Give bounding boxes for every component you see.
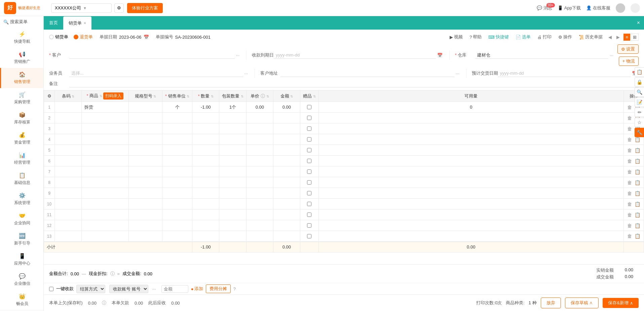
product-sort[interactable]: ⇅ [100,94,102,98]
payment-cal-icon[interactable]: 📅 [436,53,444,58]
experience-btn[interactable]: 体验行业方案 [127,3,163,13]
row-gift[interactable] [300,145,318,156]
sidebar-item-wechat[interactable]: 💬 企业微信 [0,270,43,290]
prev-doc-btn[interactable]: ◀ [607,34,613,41]
video-btn[interactable]: ▶ 视频 [448,33,465,41]
row-price[interactable] [246,166,273,177]
app-download-button[interactable]: 📱 App下载 [558,5,581,11]
row-qty[interactable] [192,199,219,209]
customer-more-btn[interactable]: ··· [235,53,241,58]
row-pack-qty[interactable] [219,231,247,242]
row-unit[interactable] [162,177,192,188]
row-spec[interactable] [129,231,162,242]
sidebar-item-quick-nav[interactable]: ⚡ 快捷导航 [0,28,43,48]
message-button[interactable]: 💬 消息 99+ [537,5,552,11]
row-barcode[interactable] [55,177,82,188]
tab-sales-order[interactable]: 销货单 × [63,16,91,30]
float-btn-6[interactable]: ☆ [635,118,644,127]
row-price[interactable] [246,199,273,209]
row-spec[interactable] [129,220,162,231]
row-qty[interactable] [192,220,219,231]
sidebar-item-guide[interactable]: 🆕 新手引导 [0,229,43,249]
row-copy-icon[interactable]: 📋 [634,147,641,154]
gift-checkbox[interactable] [307,169,311,174]
sidebar-item-system[interactable]: ⚙️ 系统管理 [0,189,43,209]
float-btn-2[interactable]: 🔒 [635,77,644,87]
float-btn-7[interactable]: 🔧 [635,128,644,137]
row-pack-qty[interactable] [219,123,247,134]
sidebar-item-business[interactable]: 📊 经营管理 [0,149,43,169]
row-product[interactable]: 拆货 [82,102,129,113]
salesperson-input[interactable] [69,70,243,77]
row-pack-qty[interactable] [219,188,247,199]
gift-checkbox[interactable] [307,105,311,109]
gift-checkbox[interactable] [307,180,311,185]
close-window-icon[interactable]: × [636,18,641,27]
user-avatar[interactable] [616,3,625,13]
amount-input[interactable] [161,285,188,293]
row-gift[interactable] [300,102,318,113]
row-price[interactable] [246,177,273,188]
customer-address-input[interactable] [280,70,454,77]
row-qty[interactable] [192,156,219,166]
price-sort[interactable]: ⇅ [266,94,269,98]
row-price[interactable]: 0.00 [246,102,273,113]
row-spec[interactable] [129,134,162,145]
table-wrapper[interactable]: ⚙ 条码 ⇅ * 商品 ⇅ 扫码录入 [44,90,644,264]
form-settings-button[interactable]: ⚙ 设置 [617,44,639,54]
qty-sort[interactable]: ⇅ [211,94,214,98]
gift-checkbox[interactable] [307,159,311,163]
row-spec[interactable] [129,177,162,188]
row-qty[interactable] [192,209,219,220]
sidebar-item-base[interactable]: 📋 基础信息 [0,169,43,189]
row-price[interactable] [246,220,273,231]
row-delete-icon[interactable]: 🗑 [627,233,633,239]
this-doc-debt-info[interactable]: ⓘ [102,300,106,306]
row-spec[interactable] [129,166,162,177]
row-pack-qty[interactable] [219,220,247,231]
customer-address-more-btn[interactable]: ··· [454,71,461,76]
row-copy-icon[interactable]: 📋 [634,222,641,229]
row-copy-icon[interactable]: 📋 [634,168,641,175]
row-barcode[interactable] [55,113,82,123]
row-qty[interactable] [192,188,219,199]
row-delete-icon[interactable]: 🗑 [627,147,633,154]
row-unit[interactable] [162,231,192,242]
shortcut-btn[interactable]: ⌨ 快捷键 [486,33,511,41]
fee-split-button[interactable]: 费用分摊 [206,284,231,293]
row-amount[interactable] [273,166,300,177]
row-product[interactable] [82,177,129,188]
row-unit[interactable] [162,123,192,134]
row-delete-icon[interactable]: 🗑 [627,211,633,218]
row-qty[interactable]: -1.00 [192,102,219,113]
row-gift[interactable] [300,199,318,209]
row-delete-icon[interactable]: 🗑 [627,136,633,143]
row-pack-qty[interactable] [219,199,247,209]
row-barcode[interactable] [55,156,82,166]
row-product[interactable] [82,231,129,242]
help-btn[interactable]: ? 帮助 [467,33,484,41]
row-amount[interactable] [273,134,300,145]
row-copy-icon[interactable]: 📋 [634,158,641,164]
row-delete-icon[interactable]: 🗑 [627,158,633,164]
row-amount[interactable] [273,209,300,220]
row-price[interactable] [246,145,273,156]
row-unit[interactable] [162,188,192,199]
warehouse-more-btn[interactable]: ··· [608,53,615,58]
sidebar-item-inventory[interactable]: 📦 库存核算 [0,108,43,128]
sidebar-item-purchase[interactable]: 🛒 采购管理 [0,88,43,108]
row-pack-qty[interactable] [219,145,247,156]
row-gift[interactable] [300,177,318,188]
row-unit[interactable] [162,113,192,123]
row-price[interactable] [246,188,273,199]
row-product[interactable] [82,113,129,123]
row-price[interactable] [246,134,273,145]
row-gift[interactable] [300,166,318,177]
row-barcode[interactable] [55,123,82,134]
one-key-pay-checkbox[interactable] [49,287,53,291]
row-spec[interactable] [129,102,162,113]
row-delete-icon[interactable]: 🗑 [627,201,633,207]
row-barcode[interactable] [55,102,82,113]
save-draft-button[interactable]: 保存草稿 ∧ [565,298,599,308]
float-btn-5[interactable]: ✏ [635,108,644,117]
